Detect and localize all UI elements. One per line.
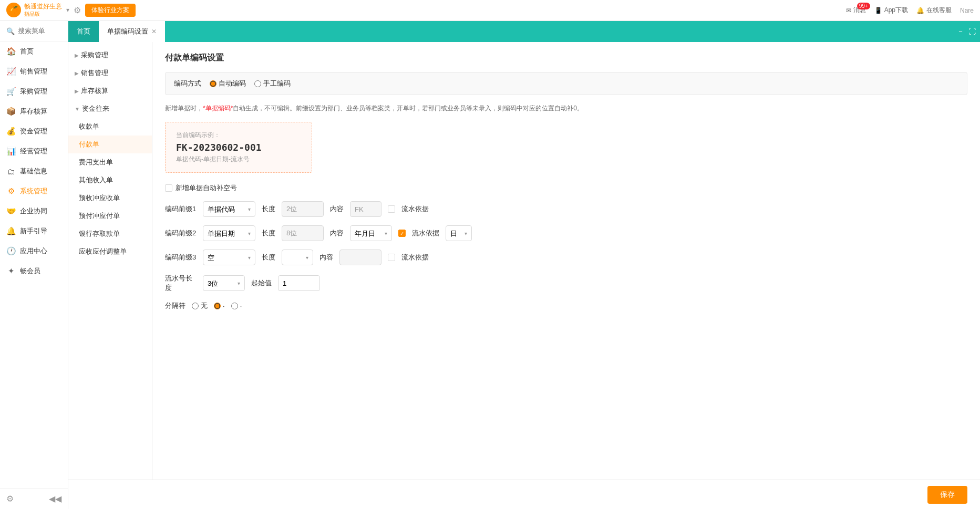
logo-sub-text: 指品版 bbox=[24, 11, 62, 18]
serial-start-input[interactable] bbox=[278, 275, 320, 291]
home-icon: 🏠 bbox=[6, 47, 16, 56]
tab-home[interactable]: 首页 bbox=[68, 21, 99, 42]
sub-menu-item-receipt[interactable]: 收款单 bbox=[68, 118, 152, 136]
main-content: ▶ 采购管理 ▶ 销售管理 ▶ 库存核算 bbox=[68, 42, 980, 480]
sub-group-inventory-header[interactable]: ▶ 库存核算 bbox=[68, 82, 152, 100]
window-maximize-icon[interactable]: ⛶ bbox=[968, 27, 976, 36]
separator-label: 分隔符 bbox=[165, 301, 185, 310]
serial-length-select-input[interactable]: 3位 bbox=[208, 279, 235, 287]
sidebar-item-basic[interactable]: 🗂 基础信息 bbox=[0, 161, 68, 181]
prefix2-serial-label: 流水依据 bbox=[412, 228, 439, 238]
sidebar-item-member[interactable]: ✦ 畅会员 bbox=[0, 261, 68, 281]
window-minimize-icon[interactable]: － bbox=[957, 27, 964, 36]
serial-start-label: 起始值 bbox=[251, 278, 272, 288]
sidebar-item-sales[interactable]: 📈 销售管理 bbox=[0, 61, 68, 81]
prefix1-select-input[interactable]: 单据代码 bbox=[208, 205, 246, 213]
prefix2-label: 编码前缀2 bbox=[165, 228, 197, 238]
sub-menu-item-payment[interactable]: 付款单 bbox=[68, 136, 152, 153]
prefix3-length-select-input[interactable] bbox=[286, 254, 304, 262]
prefix2-value-select[interactable]: 单据日期 ▾ bbox=[203, 225, 255, 241]
sep-dot-radio[interactable] bbox=[214, 303, 221, 309]
sep-dash-label[interactable]: · bbox=[231, 302, 242, 310]
manual-radio[interactable] bbox=[254, 80, 261, 87]
system-icon: ⚙ bbox=[6, 186, 16, 196]
sidebar-item-guide[interactable]: 🔔 新手引导 bbox=[0, 221, 68, 241]
serial-label: 流水号长度 bbox=[165, 274, 197, 293]
inventory-icon: 📦 bbox=[6, 107, 16, 116]
tab-bar: 首页 单据编码设置 ✕ － ⛶ bbox=[68, 21, 980, 42]
sidebar-item-home[interactable]: 🏠 首页 bbox=[0, 41, 68, 61]
prefix1-content-label: 内容 bbox=[330, 204, 344, 214]
prefix3-length-label: 长度 bbox=[262, 253, 275, 262]
trial-button[interactable]: 体验行业方案 bbox=[85, 4, 136, 17]
message-button[interactable]: ✉ 消息 99+ bbox=[846, 6, 866, 15]
prefix3-label: 编码前缀3 bbox=[165, 253, 197, 262]
auto-radio[interactable] bbox=[210, 80, 216, 87]
sidebar-item-purchase[interactable]: 🛒 采购管理 bbox=[0, 81, 68, 101]
sep-none-radio[interactable] bbox=[192, 303, 199, 309]
prefix2-day-select-input[interactable]: 日 bbox=[450, 230, 462, 237]
auto-radio-label[interactable]: 自动编码 bbox=[210, 79, 246, 88]
settings-bottom-icon[interactable]: ⚙ bbox=[6, 494, 14, 504]
prefix1-serial-checkbox[interactable] bbox=[388, 205, 395, 213]
serial-row: 流水号长度 3位 ▾ 起始值 bbox=[165, 274, 967, 293]
search-menu[interactable]: 🔍 搜索菜单 bbox=[0, 21, 68, 41]
sidebar-item-sales-label: 销售管理 bbox=[20, 67, 47, 76]
online-service-icon: 🔔 bbox=[916, 7, 924, 14]
sub-menu-item-prepay-recv[interactable]: 预收冲应收单 bbox=[68, 189, 152, 207]
prefix2-content-select-input[interactable]: 年月日 bbox=[355, 230, 383, 237]
sub-menu-item-expense[interactable]: 费用支出单 bbox=[68, 153, 152, 171]
sidebar-item-enterprise[interactable]: 🤝 企业协同 bbox=[0, 201, 68, 221]
prefix3-value-select[interactable]: 空 ▾ bbox=[203, 250, 255, 265]
serial-length-select[interactable]: 3位 ▾ bbox=[203, 275, 245, 291]
settings-icon[interactable]: ⚙ bbox=[74, 5, 81, 15]
sub-group-finance-flow-header[interactable]: ▼ 资金往来 bbox=[68, 100, 152, 118]
logo-icon: 🍊 bbox=[6, 3, 21, 17]
purchase-icon: 🛒 bbox=[6, 87, 16, 96]
prefix3-serial-checkbox[interactable] bbox=[388, 254, 395, 261]
online-service-button[interactable]: 🔔 在线客服 bbox=[916, 6, 952, 15]
sidebar-item-purchase-label: 采购管理 bbox=[20, 87, 47, 96]
prefix3-select-input[interactable]: 空 bbox=[208, 254, 246, 262]
sub-menu-item-prepay-pay[interactable]: 预付冲应付单 bbox=[68, 207, 152, 225]
sub-group-purchase-header[interactable]: ▶ 采购管理 bbox=[68, 46, 152, 64]
prefix1-value-select[interactable]: 单据代码 ▾ bbox=[203, 201, 255, 217]
sub-group-sales-header[interactable]: ▶ 销售管理 bbox=[68, 64, 152, 82]
logo-text-block: 畅通道好生意 指品版 bbox=[24, 3, 62, 17]
sub-menu-item-adjust[interactable]: 应收应付调整单 bbox=[68, 243, 152, 261]
prefix2-content-label: 内容 bbox=[330, 228, 344, 238]
sub-menu-item-other-income[interactable]: 其他收入单 bbox=[68, 171, 152, 189]
collapse-icon[interactable]: ◀◀ bbox=[49, 494, 61, 504]
info-highlight: *单据编码* bbox=[203, 105, 233, 112]
nav-dropdown-arrow[interactable]: ▾ bbox=[66, 6, 69, 14]
sidebar-item-inventory[interactable]: 📦 库存核算 bbox=[0, 101, 68, 121]
prefix2-serial-checkbox[interactable]: ✓ bbox=[398, 230, 406, 237]
sub-group-inventory-arrow: ▶ bbox=[75, 88, 79, 94]
prefix3-content-label: 内容 bbox=[319, 253, 333, 262]
prefix2-content-select[interactable]: 年月日 ▾ bbox=[350, 225, 392, 241]
app-download-button[interactable]: 📱 App下载 bbox=[874, 6, 908, 15]
guide-icon: 🔔 bbox=[6, 226, 16, 236]
manual-radio-label[interactable]: 手工编码 bbox=[254, 79, 291, 88]
tab-close-icon[interactable]: ✕ bbox=[151, 28, 157, 35]
sidebar-item-system[interactable]: ⚙ 系统管理 bbox=[0, 181, 68, 201]
prefix3-length-select[interactable]: ▾ bbox=[282, 250, 313, 265]
sep-dash-radio[interactable] bbox=[231, 303, 238, 309]
sidebar-item-operation[interactable]: 📊 经营管理 bbox=[0, 141, 68, 161]
sidebar-item-finance[interactable]: 💰 资金管理 bbox=[0, 121, 68, 141]
prefix2-day-select[interactable]: 日 ▾ bbox=[446, 225, 472, 241]
auto-fill-checkbox[interactable] bbox=[165, 184, 172, 192]
save-button[interactable]: 保存 bbox=[927, 486, 967, 504]
tab-encoding[interactable]: 单据编码设置 ✕ bbox=[99, 21, 165, 42]
prefix2-select-input[interactable]: 单据日期 bbox=[208, 230, 246, 237]
user-name: Nare bbox=[960, 7, 974, 14]
sep-none-label[interactable]: 无 bbox=[192, 301, 208, 310]
sidebar-item-app-center[interactable]: 🕐 应用中心 bbox=[0, 241, 68, 261]
bottom-bar: 保存 bbox=[68, 480, 980, 509]
auto-radio-text: 自动编码 bbox=[219, 79, 246, 88]
code-example: 当前编码示例： FK-20230602-001 单据代码-单据日期-流水号 bbox=[165, 122, 312, 173]
sub-menu-item-bank[interactable]: 银行存取款单 bbox=[68, 225, 152, 243]
sub-group-purchase-arrow: ▶ bbox=[75, 53, 79, 58]
member-icon: ✦ bbox=[6, 266, 16, 276]
sep-dot-label[interactable]: · bbox=[214, 302, 225, 310]
